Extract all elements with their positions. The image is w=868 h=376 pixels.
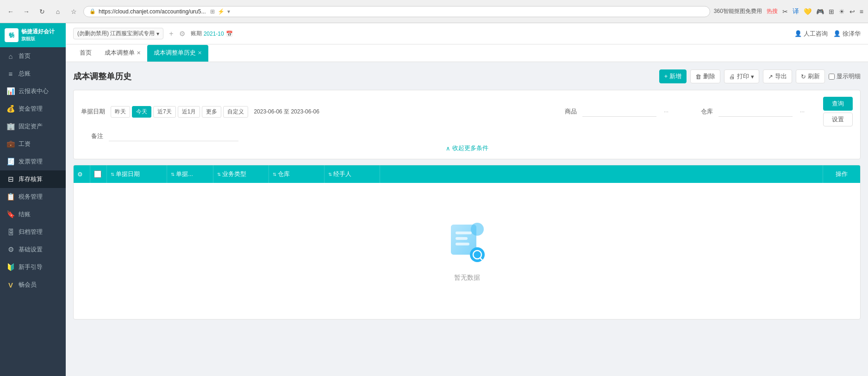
tab-cost-adjust-history[interactable]: 成本调整单历史 ✕ xyxy=(147,45,208,62)
tab-bar: 首页 成本调整单 ✕ 成本调整单历史 ✕ xyxy=(66,44,868,62)
th-settings[interactable]: ⚙ xyxy=(74,165,90,183)
delete-btn-label: 删除 xyxy=(703,72,715,81)
sidebar-item-archive-label: 归档管理 xyxy=(19,228,43,236)
home-button[interactable]: ⌂ xyxy=(52,6,64,18)
select-all-checkbox[interactable] xyxy=(94,170,101,178)
bookmark-button[interactable]: ☆ xyxy=(68,6,80,18)
browser-grid-icon: ⊞ xyxy=(210,8,215,15)
calendar-icon[interactable]: 📅 xyxy=(226,31,233,37)
back-button[interactable]: ← xyxy=(5,6,17,18)
reports-icon: 📊 xyxy=(6,87,15,95)
svg-rect-3 xyxy=(456,237,468,240)
export-btn[interactable]: ↗ 导出 xyxy=(763,69,792,83)
goods-input[interactable] xyxy=(582,107,656,117)
sidebar-item-tax[interactable]: 📋 税务管理 xyxy=(0,188,66,206)
warehouse-input-wrap xyxy=(718,107,793,117)
user-profile-btn[interactable]: 👤 徐泽华 xyxy=(833,30,861,38)
menu-icon[interactable]: ≡ xyxy=(860,8,863,15)
reload-button[interactable]: ↻ xyxy=(36,6,48,18)
app-container: 畅 畅捷通好会计 旗舰版 ⌂ 首页 ≡ 总账 📊 云报表中心 💰 资金管理 xyxy=(0,23,868,376)
date-btn-yesterday[interactable]: 昨天 xyxy=(111,106,130,118)
grid-icon: ⊞ xyxy=(829,8,834,15)
sidebar-item-archive[interactable]: 🗄 归档管理 xyxy=(0,223,66,241)
date-btn-7days[interactable]: 近7天 xyxy=(153,106,176,118)
browser-dropdown-icon[interactable]: ▾ xyxy=(227,8,230,15)
settings-cog-icon[interactable]: ⚙ xyxy=(179,30,185,38)
sidebar-item-funds[interactable]: 💰 资金管理 xyxy=(0,100,66,118)
inventory-icon: ⊟ xyxy=(6,175,15,183)
export-icon: ↗ xyxy=(768,73,773,80)
guide-icon: 🔰 xyxy=(6,263,15,271)
period-value: 2021-10 xyxy=(204,31,224,37)
th-biz-type[interactable]: ⇅ 业务类型 xyxy=(213,165,269,183)
tab-cost-adjust[interactable]: 成本调整单 ✕ xyxy=(98,45,147,62)
date-btn-1month[interactable]: 近1月 xyxy=(178,106,200,118)
goods-ellipsis[interactable]: ··· xyxy=(662,108,670,115)
forward-button[interactable]: → xyxy=(20,6,32,18)
scissors-icon: ✂ xyxy=(782,8,788,15)
remark-input[interactable] xyxy=(109,131,238,141)
delete-btn[interactable]: 🗑 删除 xyxy=(690,69,720,83)
th-number[interactable]: ⇅ 单据... xyxy=(167,165,213,183)
user-avatar-icon: 👤 xyxy=(833,30,841,37)
warehouse-ellipsis[interactable]: ··· xyxy=(798,108,806,115)
th-checkbox[interactable] xyxy=(90,165,107,183)
th-warehouse[interactable]: ⇅ 仓库 xyxy=(269,165,325,183)
sidebar-item-settings[interactable]: ⚙ 基础设置 xyxy=(0,241,66,258)
sidebar-item-ledger[interactable]: ≡ 总账 xyxy=(0,65,66,82)
user-service-btn[interactable]: 👤 人工咨询 xyxy=(794,30,828,38)
tab-cost-adjust-history-close[interactable]: ✕ xyxy=(198,50,202,56)
print-btn-label: 打印 xyxy=(737,72,749,81)
sidebar-item-member-label: 畅会员 xyxy=(19,281,37,289)
browser-chrome: ← → ↻ ⌂ ☆ 🔒 https://cloud.chanjet.com/ac… xyxy=(0,0,868,23)
date-btn-today[interactable]: 今天 xyxy=(132,106,151,118)
query-btn[interactable]: 查询 xyxy=(823,97,853,111)
th-actions: 操作 xyxy=(823,165,860,183)
ledger-icon: ≡ xyxy=(6,70,15,78)
sidebar-item-salary-label: 工资 xyxy=(19,140,31,148)
show-cols-checkbox[interactable] xyxy=(829,74,835,80)
sidebar-item-fixed-assets[interactable]: 🏢 固定资产 xyxy=(0,118,66,135)
new-btn[interactable]: + 新增 xyxy=(659,69,687,83)
company-selector[interactable]: (勿删勿禁用) 江西服宝测试专用 ▾ xyxy=(73,28,163,39)
browser-lightning-icon: ⚡ xyxy=(218,8,225,15)
sidebar-item-invoices[interactable]: 🧾 发票管理 xyxy=(0,153,66,170)
salary-icon: 💼 xyxy=(6,140,15,148)
sidebar-item-inventory[interactable]: ⊟ 库存核算 xyxy=(0,170,66,188)
period-info: 账期 2021-10 📅 xyxy=(191,30,233,38)
sidebar-item-reports[interactable]: 📊 云报表中心 xyxy=(0,82,66,100)
show-cols-text: 显示明细 xyxy=(837,72,861,81)
address-bar[interactable]: 🔒 https://cloud.chanjet.com/accounting/u… xyxy=(83,6,710,17)
date-btn-custom[interactable]: 自定义 xyxy=(223,106,248,118)
sidebar-item-closing[interactable]: 🔖 结账 xyxy=(0,206,66,223)
setting-btn[interactable]: 设置 xyxy=(823,113,853,126)
collapse-row: ∧ 收起更多条件 xyxy=(81,141,853,152)
sidebar-item-salary[interactable]: 💼 工资 xyxy=(0,135,66,153)
empty-state: 暂无数据 xyxy=(74,183,860,319)
member-icon: V xyxy=(6,281,15,289)
date-btn-more[interactable]: 更多 xyxy=(202,106,221,118)
th-spacer xyxy=(380,165,823,183)
top-bar-right: 👤 人工咨询 👤 徐泽华 xyxy=(794,30,861,38)
refresh-btn[interactable]: ↻ 刷新 xyxy=(796,69,825,83)
sidebar-item-guide[interactable]: 🔰 新手引导 xyxy=(0,258,66,276)
warehouse-input[interactable] xyxy=(718,107,793,117)
ssl-lock-icon: 🔒 xyxy=(89,8,96,14)
print-btn[interactable]: 🖨 打印 ▾ xyxy=(724,69,759,83)
sidebar-logo: 畅 畅捷通好会计 旗舰版 xyxy=(0,23,66,47)
tab-home[interactable]: 首页 xyxy=(73,45,98,62)
date-filter-label: 单据日期 xyxy=(81,107,105,116)
show-cols-label[interactable]: 显示明细 xyxy=(829,72,861,81)
remark-input-wrap xyxy=(109,131,238,141)
th-date[interactable]: ⇅ 单据日期 xyxy=(107,165,167,183)
th-handler[interactable]: ⇅ 经手人 xyxy=(325,165,380,183)
main-area: (勿删勿禁用) 江西服宝测试专用 ▾ + ⚙ 账期 2021-10 📅 👤 人工… xyxy=(66,23,868,376)
headset-icon: 👤 xyxy=(794,30,802,37)
tab-cost-adjust-close[interactable]: ✕ xyxy=(137,50,141,56)
sidebar-item-home[interactable]: ⌂ 首页 xyxy=(0,47,66,65)
sidebar-item-member[interactable]: V 畅会员 xyxy=(0,276,66,294)
collapse-btn[interactable]: ∧ 收起更多条件 xyxy=(446,144,488,152)
funds-icon: 💰 xyxy=(6,105,15,113)
sidebar-menu: ⌂ 首页 ≡ 总账 📊 云报表中心 💰 资金管理 🏢 固定资产 💼 工资 xyxy=(0,47,66,376)
add-icon[interactable]: + xyxy=(169,30,173,38)
